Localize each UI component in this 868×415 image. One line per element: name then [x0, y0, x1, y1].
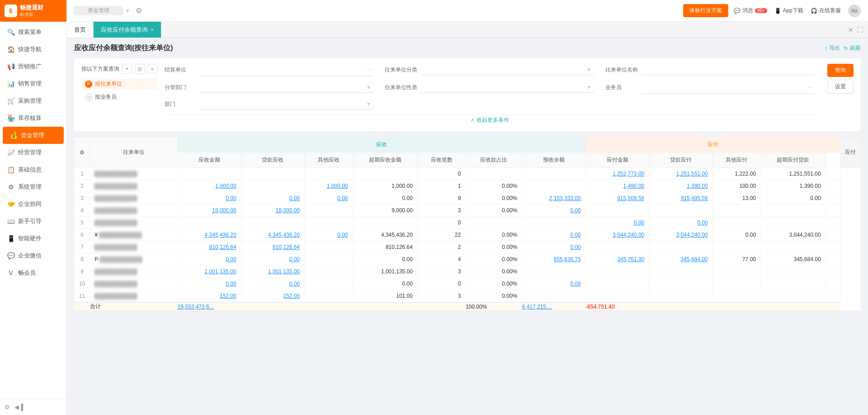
table-cell[interactable]: 3,044,240.00: [649, 229, 712, 241]
partner-name-cell: ████████████: [90, 241, 178, 253]
sidebar-item-智能硬件[interactable]: 📱智能硬件: [0, 230, 66, 247]
nature-select[interactable]: ▼: [421, 82, 594, 93]
table-cell[interactable]: 0.00: [241, 253, 304, 266]
table-cell[interactable]: 1,252,773.00: [585, 168, 649, 180]
message-action[interactable]: 💬 消息 99+: [734, 7, 767, 14]
table-cell[interactable]: 152.00: [241, 290, 304, 303]
table-cell[interactable]: 0.00: [178, 192, 241, 205]
tab-close-icon[interactable]: ×: [151, 27, 154, 33]
category-select[interactable]: ▼: [421, 65, 594, 75]
table-cell[interactable]: 0.00: [522, 241, 585, 253]
footer-ar-overdue: [353, 302, 417, 310]
sidebar-item-企业协同[interactable]: 🤝企业协同: [0, 196, 66, 213]
table-cell[interactable]: 810,126.64: [241, 241, 304, 253]
sidebar-item-新手引导[interactable]: 📖新手引导: [0, 213, 66, 230]
sidebar-item-资金管理[interactable]: 💰资金管理: [3, 127, 64, 144]
sidebar-item-系统管理[interactable]: ⚙系统管理: [0, 178, 66, 196]
table-cell[interactable]: 1,251,551.00: [649, 168, 712, 180]
topbar-settings-icon[interactable]: ⚙: [136, 6, 142, 15]
sidebar-item-畅会员[interactable]: V畅会员: [0, 264, 66, 281]
sidebar-item-经营管理[interactable]: 📈经营管理: [0, 144, 66, 161]
dept-select[interactable]: ▼: [200, 99, 374, 110]
table-cell[interactable]: 1,490.00: [585, 180, 649, 192]
sidebar-item-快捷导航[interactable]: 🏠快捷导航: [0, 41, 66, 58]
name-input[interactable]: [642, 65, 815, 75]
collapse-sidebar-btn[interactable]: ◀▐: [14, 404, 23, 410]
scheme-edit-btn[interactable]: ◎: [135, 64, 145, 74]
solution-button[interactable]: 体验行业方案: [683, 4, 728, 17]
scheme-add-btn[interactable]: +: [122, 64, 132, 74]
user-avatar[interactable]: Rit: [848, 5, 861, 17]
settlement-input[interactable]: [202, 65, 366, 75]
table-cell: [305, 241, 353, 253]
filter-option-partner[interactable]: P 按往来单位: [81, 78, 157, 90]
sidebar-item-搜索菜单[interactable]: 🔍搜索菜单: [0, 24, 66, 41]
refresh-button[interactable]: ↻ 刷新: [844, 44, 861, 52]
table-cell[interactable]: 0.00: [241, 192, 304, 205]
table-cell[interactable]: 0.00: [178, 278, 241, 290]
table-cell: 3: [417, 266, 465, 278]
table-cell[interactable]: 1,390.00: [649, 180, 712, 192]
table-cell: 1,390.00: [761, 180, 826, 192]
sidebar-item-营销推广[interactable]: 📢营销推广: [0, 58, 66, 75]
sidebar-icon: 💬: [7, 252, 14, 259]
table-cell[interactable]: 0.00: [305, 192, 353, 205]
table-cell[interactable]: 1,001,135.00: [241, 266, 304, 278]
table-cell[interactable]: 0.00: [649, 217, 712, 229]
table-cell[interactable]: 345,684.00: [649, 253, 712, 266]
table-cell[interactable]: 0.00: [241, 278, 304, 290]
table-cell[interactable]: 1,000.00: [178, 180, 241, 192]
footer-ar-amount[interactable]: 19,553,472,6...: [178, 302, 241, 310]
sidebar-item-label: 营销推广: [18, 62, 42, 71]
table-cell[interactable]: 0.00: [522, 205, 585, 217]
table-cell[interactable]: 3,044,240.00: [585, 229, 649, 241]
table-cell[interactable]: 1,000.00: [305, 180, 353, 192]
table-cell[interactable]: 4,345,436.20: [241, 229, 304, 241]
table-cell[interactable]: 0.00: [522, 229, 585, 241]
table-cell: 3: [417, 290, 465, 303]
tab-expand-icon[interactable]: ⛶: [857, 26, 863, 33]
table-cell[interactable]: 18,000.00: [241, 205, 304, 217]
sidebar-icon: 💰: [10, 132, 17, 139]
sidebar-item-企业微信[interactable]: 💬企业微信: [0, 247, 66, 264]
salesman-input[interactable]: [642, 82, 807, 92]
query-button[interactable]: 查询: [827, 64, 854, 77]
table-cell[interactable]: 152.00: [178, 290, 241, 303]
table-cell[interactable]: 2,153,333.00: [522, 192, 585, 205]
partner-name-cell: ████████████: [90, 266, 178, 278]
settings-button[interactable]: 设置: [827, 80, 854, 94]
table-cell[interactable]: 0.00: [178, 253, 241, 266]
export-button[interactable]: ↑ 导出: [825, 44, 840, 52]
table-cell[interactable]: 4,345,436.20: [178, 229, 241, 241]
tab-home[interactable]: 首页: [67, 22, 94, 38]
table-cell[interactable]: 0.00: [522, 278, 585, 290]
sidebar-item-基础信息[interactable]: 📋基础信息: [0, 161, 66, 178]
table-cell[interactable]: 655,636.75: [522, 253, 585, 266]
collapse-bar[interactable]: ∧ 收起更多条件: [165, 114, 815, 126]
service-action[interactable]: 🎧 在线客服: [811, 7, 841, 14]
table-cell[interactable]: 810,126.64: [178, 241, 241, 253]
table-cell[interactable]: 18,000.00: [178, 205, 241, 217]
download-action[interactable]: 📱 App下载: [774, 7, 803, 14]
filter-field-settlement: 结算单位 ···: [165, 64, 374, 76]
table-cell[interactable]: 915,495.56: [649, 192, 712, 205]
table-cell[interactable]: 915,508.56: [585, 192, 649, 205]
table-cell: 0.00: [712, 229, 760, 241]
settlement-dots-icon[interactable]: ···: [366, 66, 372, 74]
dept-manager-select[interactable]: ▼: [200, 82, 374, 93]
table-cell[interactable]: 0.00: [585, 217, 649, 229]
settings-footer-icon[interactable]: ⚙: [5, 404, 10, 410]
sidebar-item-库存核算[interactable]: 🏪库存核算: [0, 110, 66, 127]
salesman-dots-icon[interactable]: ···: [807, 83, 813, 91]
tab-query[interactable]: 应收应付余额查询 ×: [94, 22, 161, 38]
col-settings-icon[interactable]: ⚙: [75, 137, 90, 168]
table-cell[interactable]: 0.00: [305, 229, 353, 241]
sidebar-item-采购管理[interactable]: 🛒采购管理: [0, 92, 66, 110]
tab-close-window-icon[interactable]: ✕: [848, 26, 854, 33]
table-cell[interactable]: 345,761.00: [585, 253, 649, 266]
scheme-collapse-btn[interactable]: «: [147, 64, 157, 74]
footer-ar-prepay[interactable]: 6,417,215....: [522, 302, 585, 310]
table-cell[interactable]: 1,001,135.00: [178, 266, 241, 278]
filter-option-salesman[interactable]: ◷ 按业务员: [81, 91, 157, 103]
sidebar-item-销售管理[interactable]: 📊销售管理: [0, 75, 66, 92]
